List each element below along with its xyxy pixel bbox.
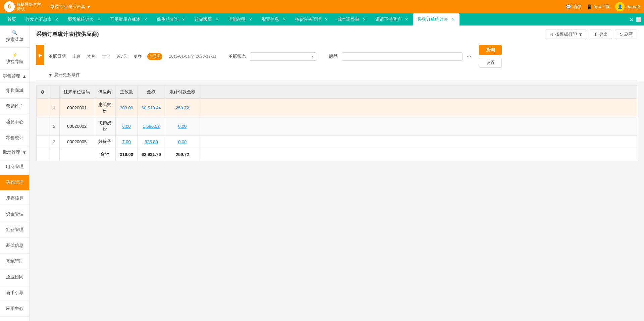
th-main-qty: 主数量 — [116, 86, 138, 99]
sidebar-item-capital-mgmt[interactable]: 资金管理 — [0, 206, 29, 222]
td-amount-1[interactable]: 60,519.44 — [138, 99, 165, 117]
sidebar-item-enterprise-collab[interactable]: 企业协同 — [0, 269, 29, 285]
status-select[interactable] — [250, 52, 317, 61]
cum-paid-link-3[interactable]: 0.00 — [178, 139, 186, 144]
export-icon: ⬇ — [594, 32, 598, 37]
tab-available-stock-close[interactable]: ✕ — [144, 17, 147, 22]
tab-overstock-warning[interactable]: 超储预警 ✕ — [190, 13, 223, 25]
sidebar-item-ecom-mgmt[interactable]: 电商管理 — [0, 159, 29, 175]
expand-more-conditions[interactable]: ▼ 展开更多条件 — [48, 70, 637, 81]
workspace-selector[interactable]: 母婴行业演示账套 ▼ — [50, 4, 91, 10]
settings-button[interactable]: 设置 — [479, 58, 502, 68]
sidebar-item-marketing[interactable]: 营销推广 — [0, 99, 29, 114]
main-qty-link-2[interactable]: 6.00 — [122, 124, 130, 129]
goods-filter-input[interactable] — [342, 52, 463, 61]
shortcut-this-year[interactable]: 本年 — [99, 53, 113, 60]
amount-link-2[interactable]: 1,586.52 — [143, 124, 160, 129]
td-amount-3[interactable]: 525.80 — [138, 136, 165, 148]
tab-pick-task-close[interactable]: ✕ — [325, 17, 328, 22]
page-title-row: 采购订单统计表(按供应商) 🖨 按模板打印 ▼ ⬇ 导出 ↻ 刷新 — [36, 30, 637, 39]
tab-collect-pay-close[interactable]: ✕ — [55, 17, 58, 22]
td-cum-paid-1[interactable]: 259.72 — [165, 99, 200, 117]
goods-filter-more-icon[interactable]: ··· — [467, 53, 471, 59]
sidebar-item-ops-mgmt[interactable]: 经营管理 — [0, 222, 29, 238]
tab-goods-stats[interactable]: 要货单统计表 ✕ — [63, 13, 105, 25]
td-main-qty-3[interactable]: 7.00 — [116, 136, 138, 148]
tab-config-info-close[interactable]: ✕ — [282, 17, 286, 22]
tab-func-desc-close[interactable]: ✕ — [249, 17, 252, 22]
nav-tabs-actions: ✕ ⬜ — [630, 17, 644, 22]
sidebar-item-app-center[interactable]: 应用中心 — [0, 301, 29, 317]
table-row[interactable]: 3 00020005 好孩子 7.00 525.80 0.00 — [37, 136, 637, 148]
shortcut-last-month[interactable]: 上月 — [70, 53, 83, 60]
tab-config-info[interactable]: 配置信息 ✕ — [257, 13, 290, 25]
th-gear[interactable]: ⚙ — [37, 86, 49, 99]
tab-func-desc[interactable]: 功能说明 ✕ — [223, 13, 257, 25]
sidebar-item-enterprise-wechat[interactable]: 企业微信 — [0, 317, 29, 321]
tab-collect-pay-label: 收发存汇总表 — [25, 16, 52, 22]
tab-purchase-stats[interactable]: 采购订单统计表 ✕ — [413, 13, 460, 25]
sidebar-item-search[interactable]: 🔍 搜索菜单 — [0, 25, 29, 48]
table-row[interactable]: 2 00020002 飞鹤奶粉 6.00 1,586.52 0.00 — [37, 117, 637, 136]
messages-link[interactable]: 💬 消息 — [566, 4, 581, 10]
tab-pick-task[interactable]: 拣货任务管理 ✕ — [290, 13, 333, 25]
cum-paid-link-2[interactable]: 0.00 — [178, 124, 186, 129]
nav-restore-icon[interactable]: ⬜ — [636, 17, 641, 22]
tab-purchase-stats-close[interactable]: ✕ — [451, 17, 455, 22]
print-button[interactable]: 🖨 按模板打印 ▼ — [545, 30, 587, 39]
sidebar-enterprise-collab-label: 企业协同 — [6, 274, 23, 280]
tab-collect-pay[interactable]: 收发存汇总表 ✕ — [21, 13, 63, 25]
amount-link-3[interactable]: 525.80 — [145, 139, 158, 144]
sidebar-item-new-guide[interactable]: 新手引导 — [0, 285, 29, 301]
tab-warranty-query[interactable]: 保质期查询 ✕ — [152, 13, 190, 25]
main-qty-link-1[interactable]: 303.00 — [120, 105, 133, 110]
shortcut-more[interactable]: 更多 — [131, 53, 145, 60]
shortcut-this-month[interactable]: 本月 — [85, 53, 98, 60]
td-main-qty-2[interactable]: 6.00 — [116, 117, 138, 136]
sidebar-item-retail-mall[interactable]: 零售商城 — [0, 83, 29, 99]
sidebar-item-wholesale-mgmt[interactable]: 批发管理 ▼ — [0, 146, 29, 159]
nav-close-all-icon[interactable]: ✕ — [630, 17, 633, 22]
sidebar-item-member-center[interactable]: 会员中心 — [0, 114, 29, 130]
query-btn-group: 查询 设置 — [479, 45, 502, 68]
td-main-qty-1[interactable]: 303.00 — [116, 99, 138, 117]
query-button[interactable]: 查询 — [479, 45, 502, 55]
sidebar-item-basic-info[interactable]: 基础信息 — [0, 238, 29, 254]
main-qty-link-3[interactable]: 7.00 — [122, 139, 130, 144]
td-amount-2[interactable]: 1,586.52 — [138, 117, 165, 136]
tab-cost-adjust[interactable]: 成本调整单 ✕ — [333, 13, 371, 25]
table-header-row: ⚙ 往来单位编码 供应商 主数量 金额 累计付款金额 — [37, 86, 637, 99]
shortcut-7days[interactable]: 近7天 — [114, 53, 130, 60]
cum-paid-link-1[interactable]: 259.72 — [176, 105, 189, 110]
sidebar-item-retail-stats[interactable]: 零售统计 — [0, 130, 29, 146]
tab-available-stock[interactable]: 可用量库存账本 ✕ — [105, 13, 152, 25]
tab-overstock-warning-close[interactable]: ✕ — [215, 17, 219, 22]
sidebar-item-quick-nav[interactable]: ⚡ 快捷导航 — [0, 48, 29, 70]
app-download-link[interactable]: 📱 App下载 — [587, 4, 610, 10]
td-cum-paid-2[interactable]: 0.00 — [165, 117, 200, 136]
tab-invite-downstream-close[interactable]: ✕ — [405, 17, 408, 22]
refresh-button[interactable]: ↻ 刷新 — [615, 30, 637, 39]
nav-tabs-bar: 首页 收发存汇总表 ✕ 要货单统计表 ✕ 可用量库存账本 ✕ 保质期查询 ✕ 超… — [0, 13, 644, 25]
sidebar-item-sys-mgmt[interactable]: 系统管理 — [0, 254, 29, 269]
sidebar-item-inventory-check[interactable]: 库存核算 — [0, 191, 29, 206]
table-row[interactable]: 1 00020001 惠氏奶粉 303.00 60,519.44 259.72 — [37, 99, 637, 117]
sidebar-item-purchase-mgmt[interactable]: 采购管理 — [0, 175, 29, 191]
tab-home[interactable]: 首页 — [3, 13, 21, 25]
sidebar-retail-mall-label: 零售商城 — [6, 88, 23, 94]
amount-link-1[interactable]: 60,519.44 — [142, 105, 161, 110]
tab-warranty-query-close[interactable]: ✕ — [182, 17, 185, 22]
status-select-wrapper — [250, 52, 317, 61]
sidebar-item-retail-mgmt[interactable]: 零售管理 ▲ — [0, 70, 29, 83]
td-cum-paid-3[interactable]: 0.00 — [165, 136, 200, 148]
logo-char: 6 — [8, 4, 11, 10]
tfoot-cum-paid: 259.72 — [165, 148, 200, 161]
export-button[interactable]: ⬇ 导出 — [590, 30, 612, 39]
tab-goods-stats-close[interactable]: ✕ — [97, 17, 101, 22]
tab-cost-adjust-close[interactable]: ✕ — [363, 17, 366, 22]
filter-expand-arrow[interactable]: ▶ — [36, 45, 44, 65]
tab-invite-downstream[interactable]: 邀请下游客户 ✕ — [371, 13, 413, 25]
user-avatar[interactable]: 👤 demo2 — [615, 2, 640, 11]
username-label: demo2 — [627, 4, 640, 9]
tfoot-amount: 62,631.76 — [138, 148, 165, 161]
